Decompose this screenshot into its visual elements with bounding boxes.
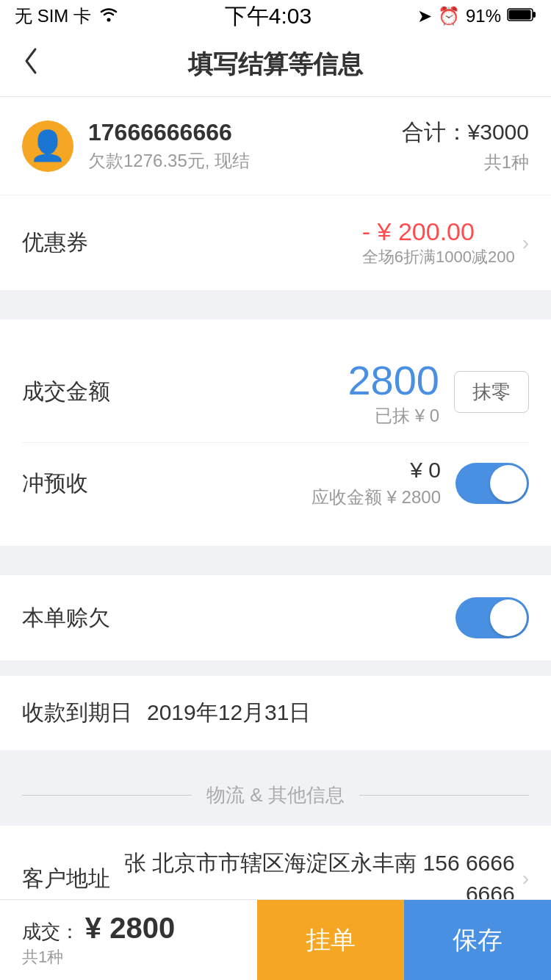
bottom-deal-label: 成交： bbox=[22, 920, 79, 943]
customer-details: 17666666666 欠款1276.35元, 现结 bbox=[88, 119, 250, 173]
duedate-section: 收款到期日 2019年12月31日 bbox=[0, 675, 551, 750]
save-button[interactable]: 保存 bbox=[404, 900, 551, 980]
battery-icon bbox=[507, 6, 536, 26]
deal-section: 成交金额 2800 已抹 ¥ 0 抹零 冲预收 ¥ 0 应收金额 ¥ 2800 bbox=[0, 320, 551, 546]
customer-left: 👤 17666666666 欠款1276.35元, 现结 bbox=[22, 119, 250, 173]
customer-phone: 17666666666 bbox=[88, 119, 250, 146]
prepay-row: 冲预收 ¥ 0 应收金额 ¥ 2800 bbox=[22, 442, 529, 524]
pending-button[interactable]: 挂单 bbox=[257, 900, 404, 980]
nav-bar: 填写结算等信息 bbox=[0, 32, 551, 97]
avatar-icon: 👤 bbox=[29, 129, 66, 163]
deal-amount-value: 2800 bbox=[347, 356, 439, 404]
svg-rect-3 bbox=[533, 12, 536, 18]
debt-label: 本单赊欠 bbox=[22, 603, 110, 633]
coupon-chevron: › bbox=[522, 231, 529, 255]
alarm-icon: ⏰ bbox=[438, 6, 460, 26]
bottom-bar: 成交： ¥ 2800 共1种 挂单 保存 bbox=[0, 899, 551, 980]
prepay-label: 冲预收 bbox=[22, 469, 88, 499]
customer-subtext: 欠款1276.35元, 现结 bbox=[88, 149, 250, 173]
wifi-icon bbox=[98, 6, 119, 26]
coupon-right: - ¥ 200.00 全场6折满1000减200 › bbox=[362, 217, 529, 268]
debt-toggle-knob bbox=[490, 599, 527, 636]
status-time: 下午4:03 bbox=[225, 1, 311, 32]
duedate-value: 2019年12月31日 bbox=[147, 698, 311, 728]
deal-amount-row: 成交金额 2800 已抹 ¥ 0 抹零 bbox=[22, 342, 529, 442]
location-icon: ➤ bbox=[417, 6, 432, 26]
avatar: 👤 bbox=[22, 120, 73, 172]
divider-line-right bbox=[359, 795, 529, 796]
bottom-deal-count: 共1种 bbox=[22, 946, 235, 968]
status-left: 无 SIM 卡 bbox=[15, 4, 119, 28]
prepay-amount: ¥ 0 应收金额 ¥ 2800 bbox=[311, 458, 441, 509]
duedate-row: 收款到期日 2019年12月31日 bbox=[22, 698, 529, 728]
bottom-summary: 成交： ¥ 2800 共1种 bbox=[0, 900, 257, 980]
coupon-discount: - ¥ 200.00 bbox=[362, 217, 515, 246]
duedate-label: 收款到期日 bbox=[22, 698, 132, 728]
deal-amount-right: 2800 已抹 ¥ 0 抹零 bbox=[347, 356, 529, 428]
battery-percent: 91% bbox=[466, 6, 501, 26]
toggle-knob bbox=[490, 465, 527, 502]
total-amount: 合计：¥3000 bbox=[402, 118, 529, 148]
address-label: 客户地址 bbox=[22, 864, 110, 894]
coupon-row[interactable]: 优惠券 - ¥ 200.00 全场6折满1000减200 › bbox=[0, 195, 551, 290]
status-bar: 无 SIM 卡 下午4:03 ➤ ⏰ 91% bbox=[0, 0, 551, 32]
logistics-label: 物流 & 其他信息 bbox=[206, 782, 345, 808]
bottom-deal-amount: ¥ 2800 bbox=[85, 912, 175, 944]
status-right: ➤ ⏰ 91% bbox=[417, 6, 536, 26]
bottom-deal-line: 成交： ¥ 2800 bbox=[22, 912, 235, 945]
debt-section: 本单赊欠 bbox=[0, 575, 551, 660]
total-count: 共1种 bbox=[402, 151, 529, 174]
prepay-right: ¥ 0 应收金额 ¥ 2800 bbox=[311, 458, 529, 509]
svg-rect-2 bbox=[508, 10, 530, 20]
divider-1 bbox=[0, 305, 551, 320]
prepay-toggle[interactable] bbox=[455, 463, 529, 504]
coupon-label: 优惠券 bbox=[22, 228, 88, 258]
back-button[interactable] bbox=[22, 46, 40, 82]
coupon-description: 全场6折满1000减200 bbox=[362, 246, 515, 268]
customer-info-section: 👤 17666666666 欠款1276.35元, 现结 合计：¥3000 共1… bbox=[0, 97, 551, 195]
deal-amount-sub: 已抹 ¥ 0 bbox=[347, 404, 439, 428]
divider-2 bbox=[0, 546, 551, 561]
deal-amount-label: 成交金额 bbox=[22, 377, 110, 407]
prepay-sub: 应收金额 ¥ 2800 bbox=[311, 486, 441, 509]
customer-total: 合计：¥3000 共1种 bbox=[402, 118, 529, 174]
page-title: 填写结算等信息 bbox=[188, 48, 363, 82]
round-button[interactable]: 抹零 bbox=[454, 371, 529, 413]
coupon-section[interactable]: 优惠券 - ¥ 200.00 全场6折满1000减200 › bbox=[0, 195, 551, 290]
no-sim-text: 无 SIM 卡 bbox=[15, 4, 91, 28]
logistics-divider: 物流 & 其他信息 bbox=[0, 765, 551, 826]
debt-toggle[interactable] bbox=[455, 597, 529, 638]
divider-line-left bbox=[22, 795, 192, 796]
prepay-value: ¥ 0 bbox=[311, 458, 441, 483]
address-chevron: › bbox=[522, 867, 529, 890]
svg-point-0 bbox=[107, 18, 111, 22]
